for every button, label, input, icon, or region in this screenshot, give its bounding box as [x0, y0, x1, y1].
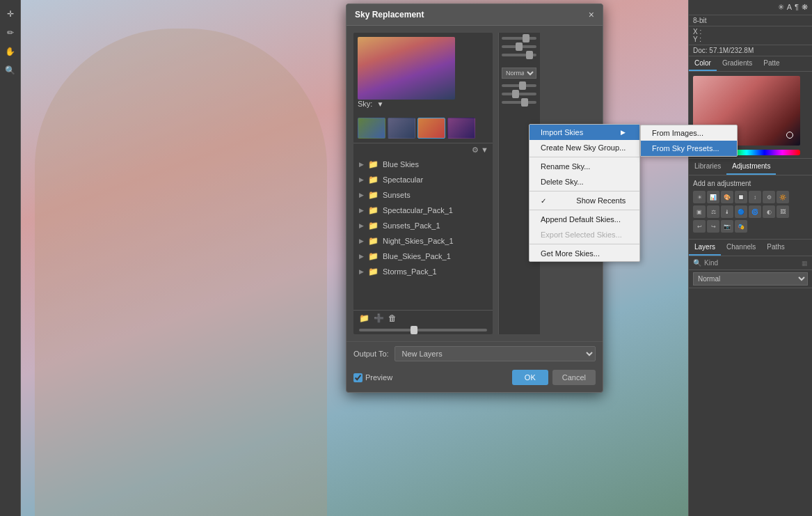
slider-bar-5[interactable]: [502, 93, 536, 95]
menu-item-label: Get More Skies...: [541, 249, 600, 258]
tab-color[interactable]: Color: [689, 56, 717, 71]
sky-delete-button[interactable]: 🗑: [388, 313, 397, 323]
adj-btn-11[interactable]: 🔵: [735, 205, 747, 218]
move-tool[interactable]: ✛: [2, 6, 19, 22]
sky-list-panel: Sky: ▼ ⚙ ▼ ▶ 📁 Blue Skies: [353, 33, 493, 334]
sky-thumb-2[interactable]: [388, 118, 415, 139]
folder-blue-skies[interactable]: ▶ 📁 Blue Skies: [353, 157, 493, 172]
sky-dropdown-arrow[interactable]: ▼: [376, 100, 383, 108]
tab-gradients[interactable]: Gradients: [717, 56, 758, 71]
folder-spectacular[interactable]: ▶ 📁 Spectacular: [353, 172, 493, 187]
panel-icon-2[interactable]: A: [787, 3, 792, 12]
slider-bar-4[interactable]: [502, 84, 536, 87]
adj-btn-15[interactable]: ↩: [693, 220, 706, 233]
cancel-button[interactable]: Cancel: [552, 370, 596, 385]
sky-thumb-3[interactable]: [417, 118, 445, 139]
slider-bar-3[interactable]: [502, 54, 536, 56]
slider-bar-6[interactable]: [502, 101, 536, 104]
sky-preview-thumbnail[interactable]: [358, 37, 455, 100]
sky-thumb-1[interactable]: [358, 118, 385, 139]
folder-night-skies-pack-1[interactable]: ▶ 📁 Night_Skies_Pack_1: [353, 233, 493, 249]
output-row: Output To: New Layers: [347, 341, 603, 366]
tab-layers[interactable]: Layers: [689, 240, 721, 256]
sky-settings-button[interactable]: ⚙ ▼: [472, 146, 488, 155]
tab-channels[interactable]: Channels: [721, 240, 761, 256]
sky-label: Sky:: [358, 100, 372, 108]
slider-handle-2[interactable]: [516, 42, 523, 51]
adj-btn-7[interactable]: 🔆: [777, 191, 789, 203]
adj-btn-18[interactable]: 🎭: [735, 220, 747, 233]
adj-btn-10[interactable]: 🌡: [721, 205, 733, 218]
adj-grid-row-2: ▣ ⚖ 🌡 🔵 🌀 ◐ 🖼: [693, 205, 808, 218]
submenu-item-from-images[interactable]: From Images...: [641, 125, 737, 141]
menu-item-rename[interactable]: Rename Sky...: [530, 159, 639, 174]
slider-handle-5[interactable]: [512, 90, 519, 98]
slider-5: [502, 93, 537, 95]
slider-handle-3[interactable]: [526, 51, 533, 59]
tab-patterns[interactable]: Patte: [758, 56, 785, 71]
menu-item-append-defaults[interactable]: Append Default Skies...: [530, 212, 639, 227]
adj-btn-13[interactable]: ◐: [763, 205, 775, 218]
preview-checkbox[interactable]: [353, 373, 363, 382]
menu-item-show-recents[interactable]: ✓ Show Recents: [530, 193, 639, 208]
adj-btn-8[interactable]: ▣: [693, 205, 706, 218]
folder-arrow: ▶: [359, 161, 364, 168]
adj-btn-6[interactable]: ⚙: [763, 191, 775, 203]
kind-label: Kind: [704, 259, 799, 267]
adj-btn-2[interactable]: 📊: [707, 191, 719, 203]
sky-add-button[interactable]: ➕: [374, 313, 384, 323]
adj-btn-12[interactable]: 🌀: [749, 205, 761, 218]
search-icon: 🔍: [693, 259, 701, 267]
slider-handle-4[interactable]: [519, 81, 526, 90]
adjustments-section: Libraries Adjustments Add an adjustment …: [689, 159, 812, 240]
close-button[interactable]: ×: [589, 10, 594, 19]
slider-handle-6[interactable]: [521, 98, 528, 107]
menu-item-delete[interactable]: Delete Sky...: [530, 174, 639, 189]
tab-paths[interactable]: Paths: [761, 240, 790, 256]
adj-btn-14[interactable]: 🖼: [777, 205, 789, 218]
menu-item-get-more[interactable]: Get More Skies...: [530, 246, 639, 261]
zoom-tool[interactable]: 🔍: [2, 62, 19, 79]
adj-btn-1[interactable]: ☀: [693, 191, 706, 203]
sky-folder-button[interactable]: 📁: [359, 313, 369, 323]
blend-mode-layers-select[interactable]: Normal: [693, 272, 808, 286]
tab-adjustments[interactable]: Adjustments: [726, 159, 776, 175]
adj-btn-16[interactable]: ↪: [707, 220, 719, 233]
folder-label: Sunsets: [383, 191, 411, 199]
panel-icon-1[interactable]: ✳: [778, 3, 784, 12]
output-select[interactable]: New Layers: [395, 346, 596, 361]
sky-folders-list: ▶ 📁 Blue Skies ▶ 📁 Spectacular ▶ 📁 Sunse…: [353, 157, 493, 310]
submenu-item-from-presets[interactable]: From Sky Presets...: [641, 141, 737, 156]
folder-icon: 📁: [368, 175, 379, 185]
sky-size-slider[interactable]: [359, 329, 487, 331]
folder-blue-skies-pack-1[interactable]: ▶ 📁 Blue_Skies_Pack_1: [353, 249, 493, 264]
folder-sunsets-pack-1[interactable]: ▶ 📁 Sunsets_Pack_1: [353, 218, 493, 233]
panel-icon-3[interactable]: ¶: [795, 3, 799, 12]
folder-arrow: ▶: [359, 237, 364, 244]
folder-storms-pack-1[interactable]: ▶ 📁 Storms_Pack_1: [353, 264, 493, 279]
hand-tool[interactable]: ✋: [2, 43, 19, 60]
folder-sunsets[interactable]: ▶ 📁 Sunsets: [353, 187, 493, 203]
blend-mode-select[interactable]: Normal: [502, 68, 536, 79]
menu-item-label: Rename Sky...: [541, 162, 590, 171]
tab-libraries[interactable]: Libraries: [689, 159, 726, 175]
adj-btn-5[interactable]: ↕: [749, 191, 761, 203]
brush-tool[interactable]: ✏: [2, 24, 19, 41]
ok-button[interactable]: OK: [512, 370, 548, 385]
slider-bar-2[interactable]: [502, 45, 536, 48]
adj-btn-4[interactable]: 🔲: [735, 191, 747, 203]
slider-handle-1[interactable]: [523, 34, 530, 42]
menu-item-import-skies[interactable]: Import Skies ▶: [530, 125, 639, 140]
adj-btn-17[interactable]: 📷: [721, 220, 733, 233]
adj-btn-9[interactable]: ⚖: [707, 205, 719, 218]
panel-icon-4[interactable]: ❋: [802, 3, 808, 12]
folder-spectacular-pack-1[interactable]: ▶ 📁 Spectacular_Pack_1: [353, 203, 493, 218]
sky-slider-thumb[interactable]: [411, 326, 417, 334]
menu-item-create-group[interactable]: Create New Sky Group...: [530, 140, 639, 155]
slider-bar-1[interactable]: [502, 37, 536, 40]
layers-section: Layers Channels Paths 🔍 Kind ▦ Normal: [689, 240, 812, 516]
folder-icon: 📁: [368, 236, 379, 246]
sky-thumb-4[interactable]: [447, 118, 475, 139]
menu-item-export[interactable]: Export Selected Skies...: [530, 227, 639, 242]
adj-btn-3[interactable]: 🎨: [721, 191, 733, 203]
